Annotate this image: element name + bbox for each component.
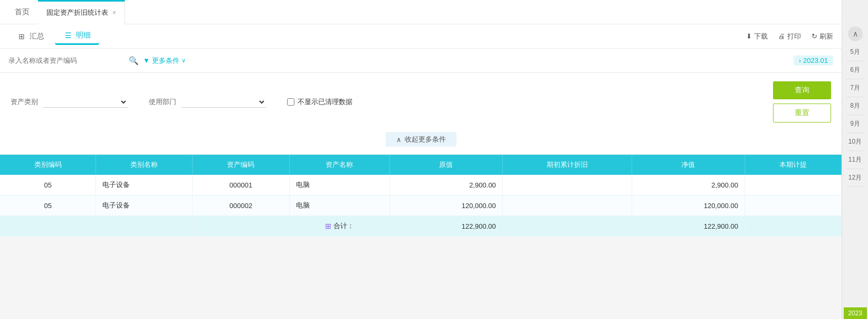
total-cell [96,216,193,237]
table-cell [745,195,841,216]
no-cleared-filter: 不显示已清理数据 [287,97,352,107]
sub-tabs-left: ⊞ 汇总 ☰ 明细 [8,27,99,45]
col-net-value: 净值 [632,155,745,175]
chevron-up-icon: ∧ [396,136,402,144]
month-item[interactable]: 7月 [846,79,864,97]
top-nav: 首页 固定资产折旧统计表 × ✕ [0,0,842,24]
tab-close-btn[interactable]: × [112,9,116,16]
year-badge: 2023 [844,307,867,319]
collapse-label: 收起更多条件 [405,135,446,144]
print-label: 打印 [787,32,801,41]
dept-label: 使用部门 [149,97,176,107]
filter-actions: 查询 重置 [773,81,831,123]
dept-filter: 使用部门 [149,96,266,108]
asset-type-select[interactable] [43,96,128,108]
total-row: ⊞合计：122,900.00122,900.00 [0,216,842,237]
query-button[interactable]: 查询 [773,81,831,99]
sub-tabs: ⊞ 汇总 ☰ 明细 ⬇ 下载 🖨 打印 ↻ 刷新 [0,24,842,49]
col-asset-name: 资产名称 [289,155,389,175]
detail-label: 明细 [76,31,91,40]
search-input[interactable] [8,57,125,64]
table-body: 05电子设备000001电脑2,900.002,900.0005电子设备0000… [0,175,842,237]
table-cell: 2,900.00 [632,175,745,195]
collapse-btn-row: ∧ 收起更多条件 [11,129,831,150]
date-badge: › 2023.01 [794,55,833,65]
filter-row: 资产类别 使用部门 不显示已清理数据 [11,81,831,123]
chevron-right-icon: › [799,57,801,64]
table-cell: 电子设备 [96,175,193,195]
month-item[interactable]: 9月 [846,115,864,133]
more-conditions-btn[interactable]: ▼ 更多条件 ∨ [143,56,186,65]
table-cell: 000002 [193,195,289,216]
col-category-code: 类别编码 [0,155,96,175]
col-original-value: 原值 [389,155,502,175]
asset-type-label: 资产类别 [11,97,38,107]
no-cleared-checkbox[interactable] [287,98,294,106]
date-label: 2023.01 [803,57,828,64]
col-accumulated-depreciation: 期初累计折旧 [502,155,632,175]
month-item[interactable]: 12月 [846,169,864,187]
refresh-btn[interactable]: ↻ 刷新 [812,32,833,41]
reset-button[interactable]: 重置 [773,104,831,123]
refresh-icon: ↻ [812,32,817,40]
download-label: 下载 [754,32,768,41]
right-sidebar: ∧ 5月6月7月8月9月10月11月12月 2023 [842,0,868,319]
summary-label: 汇总 [30,32,44,41]
table-header: 类别编码 类别名称 资产编码 资产名称 原值 期初累计折旧 净值 本期计提 [0,155,842,175]
table-row: 05电子设备000002电脑120,000.00120,000.00 [0,195,842,216]
table-cell [502,175,632,195]
table-cell: 电子设备 [96,195,193,216]
col-asset-code: 资产编码 [193,155,289,175]
table-cell: 05 [0,175,96,195]
detail-icon: ☰ [63,31,73,40]
tab-label: 固定资产折旧统计表 [46,8,108,17]
table-cell: 120,000.00 [389,195,502,216]
table-row: 05电子设备000001电脑2,900.002,900.00 [0,175,842,195]
month-item[interactable]: 8月 [846,97,864,115]
total-cell [193,216,289,237]
scroll-up-btn[interactable]: ∧ [848,26,863,41]
chevron-down-icon: ∨ [182,57,186,64]
table-cell [502,195,632,216]
table-cell: 电脑 [289,175,389,195]
tab-summary[interactable]: ⊞ 汇总 [8,29,53,44]
total-cell [502,216,632,237]
filter-icon: ▼ [143,57,150,64]
summary-icon: ⊞ [17,32,26,41]
table-cell [745,175,841,195]
total-cell: 122,900.00 [389,216,502,237]
data-table: 类别编码 类别名称 资产编码 资产名称 原值 期初累计折旧 净值 本期计提 05… [0,155,842,237]
collapse-conditions-btn[interactable]: ∧ 收起更多条件 [386,132,456,147]
dept-select[interactable] [182,96,266,108]
no-cleared-label: 不显示已清理数据 [298,97,352,107]
search-bar: 🔍 ▼ 更多条件 ∨ › 2023.01 [0,49,842,73]
table-cell: 120,000.00 [632,195,745,216]
download-btn[interactable]: ⬇ 下载 [746,32,768,41]
table-cell: 000001 [193,175,289,195]
toolbar-actions: ⬇ 下载 🖨 打印 ↻ 刷新 [746,32,833,41]
total-cell [745,216,841,237]
print-btn[interactable]: 🖨 打印 [778,32,801,41]
active-tab: 固定资产折旧统计表 × [38,0,125,24]
print-icon: 🖨 [778,32,785,40]
refresh-label: 刷新 [819,32,833,41]
asset-type-filter: 资产类别 [11,96,128,108]
month-item[interactable]: 11月 [846,151,864,169]
total-cell: ⊞合计： [289,216,389,237]
table-cell: 05 [0,195,96,216]
total-cell: 122,900.00 [632,216,745,237]
table-cell: 电脑 [289,195,389,216]
month-item[interactable]: 5月 [846,43,864,61]
filter-panel: 资产类别 使用部门 不显示已清理数据 [0,73,842,155]
month-item[interactable]: 10月 [846,133,864,151]
month-item[interactable]: 6月 [846,61,864,79]
home-tab[interactable]: 首页 [6,7,38,17]
table-container: 类别编码 类别名称 资产编码 资产名称 原值 期初累计折旧 净值 本期计提 05… [0,155,842,237]
col-category-name: 类别名称 [96,155,193,175]
tab-detail[interactable]: ☰ 明细 [55,27,99,45]
table-cell: 2,900.00 [389,175,502,195]
more-conditions-label: 更多条件 [152,56,179,65]
month-list: 5月6月7月8月9月10月11月12月 [846,43,864,187]
search-icon[interactable]: 🔍 [129,56,139,65]
total-cell [0,216,96,237]
